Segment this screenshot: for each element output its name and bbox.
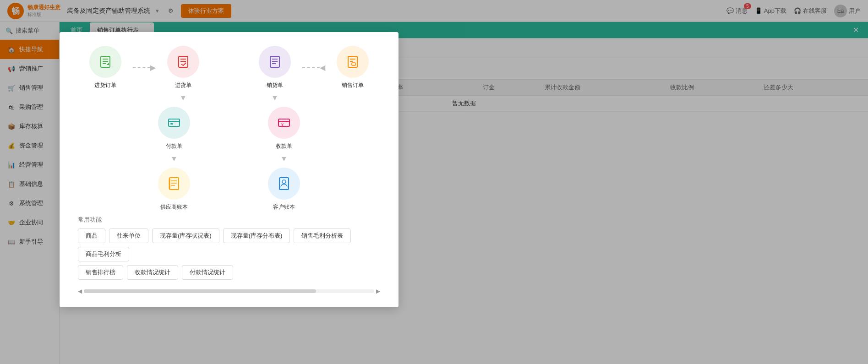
payment-icon bbox=[167, 115, 181, 130]
supplier-ledger-circle bbox=[158, 168, 190, 200]
spacer-v4 bbox=[302, 94, 325, 102]
supplier-ledger-label: 供应商账本 bbox=[160, 203, 188, 211]
arrow-down-payment: ▼ bbox=[147, 155, 202, 163]
func-buttons-grid: 商品 往来单位 现存量(库存状况表) 现存量(库存分布表) 销售毛利分析表 商品… bbox=[78, 228, 380, 261]
scrollbar-track bbox=[84, 289, 374, 293]
arrow-h-1: ▶ bbox=[133, 63, 156, 72]
svg-point-27 bbox=[282, 180, 286, 184]
vertical-arrows-row-2: ▼ ▼ bbox=[69, 155, 389, 163]
func-btn-goods-margin[interactable]: 商品毛利分析 bbox=[78, 247, 129, 261]
scroll-right-btn[interactable]: ▶ bbox=[376, 288, 380, 294]
arrow-down-purchase: ▼ bbox=[156, 94, 211, 102]
spacer-v1 bbox=[78, 94, 133, 102]
vertical-arrows-row: ▼ ▼ bbox=[69, 94, 389, 102]
purchase-order-circle bbox=[89, 46, 121, 78]
purchase-order-icon bbox=[98, 54, 113, 69]
receipt-label: 收款单 bbox=[276, 142, 292, 150]
purchase-bill-label: 进货单 bbox=[175, 81, 191, 89]
flow-diagram: 进货订单 ▶ bbox=[69, 41, 389, 216]
receipt-icon: ¥ bbox=[277, 115, 291, 130]
purchase-order-label: 进货订单 bbox=[94, 81, 116, 89]
svg-rect-22 bbox=[169, 179, 170, 189]
receipt-circle: ¥ bbox=[268, 107, 300, 139]
modal-scrollbar: ◀ ▶ bbox=[69, 284, 389, 298]
flow-item-purchase-bill[interactable]: 进货单 bbox=[156, 46, 211, 89]
svg-rect-15 bbox=[169, 119, 180, 126]
sales-order-icon bbox=[345, 54, 360, 69]
common-functions: 常用功能 商品 往来单位 现存量(库存状况表) 现存量(库存分布表) 销售毛利分… bbox=[69, 216, 389, 284]
spacer-v5 bbox=[325, 94, 380, 102]
payment-circle bbox=[158, 107, 190, 139]
customer-ledger-icon bbox=[277, 176, 291, 191]
func-btn-sales-margin[interactable]: 销售毛利分析表 bbox=[294, 228, 351, 243]
arrow-down-receipt: ▼ bbox=[257, 155, 311, 163]
scrollbar-thumb[interactable] bbox=[84, 289, 316, 293]
flow-row-2: 付款单 ¥ 收款单 bbox=[69, 102, 389, 155]
flow-item-supplier-ledger[interactable]: 供应商账本 bbox=[147, 168, 202, 211]
func-buttons-grid-2: 销售排行榜 收款情况统计 付款情况统计 bbox=[78, 265, 380, 280]
spacer-v3 bbox=[211, 94, 247, 102]
svg-rect-14 bbox=[352, 63, 355, 65]
func-btn-payment-stats[interactable]: 付款情况统计 bbox=[182, 265, 233, 280]
svg-rect-21 bbox=[169, 178, 179, 190]
flow-item-payment[interactable]: 付款单 bbox=[147, 107, 202, 150]
purchase-bill-icon bbox=[176, 54, 191, 69]
customer-ledger-circle bbox=[268, 168, 300, 200]
supplier-ledger-icon bbox=[167, 176, 181, 191]
arrow-down-sales: ▼ bbox=[247, 94, 302, 102]
sales-bill-circle bbox=[259, 46, 291, 78]
func-btn-sales-rank[interactable]: 销售排行榜 bbox=[78, 265, 123, 280]
common-functions-title: 常用功能 bbox=[78, 216, 380, 224]
flow-item-receipt[interactable]: ¥ 收款单 bbox=[257, 107, 311, 150]
flow-item-sales-bill[interactable]: 销货单 bbox=[247, 46, 302, 89]
svg-text:¥: ¥ bbox=[281, 122, 284, 127]
arrow-h-2: ◀ bbox=[302, 63, 325, 72]
sales-order-label: 销售订单 bbox=[342, 81, 364, 89]
scroll-left-btn[interactable]: ◀ bbox=[78, 288, 82, 294]
flow-row-1: 进货订单 ▶ bbox=[69, 41, 389, 94]
flow-item-customer-ledger[interactable]: 客户账本 bbox=[257, 168, 311, 211]
sales-order-circle bbox=[337, 46, 369, 78]
payment-label: 付款单 bbox=[166, 142, 182, 150]
func-btn-stock-dist[interactable]: 现存量(库存分布表) bbox=[223, 228, 290, 243]
flow-item-sales-order[interactable]: 销售订单 bbox=[325, 46, 380, 89]
modal-overlay[interactable]: 进货订单 ▶ bbox=[0, 0, 868, 364]
func-btn-receipt-stats[interactable]: 收款情况统计 bbox=[127, 265, 178, 280]
svg-rect-18 bbox=[278, 119, 289, 126]
flow-item-purchase-order[interactable]: 进货订单 bbox=[78, 46, 133, 89]
func-btn-goods[interactable]: 商品 bbox=[78, 228, 105, 243]
flow-row-3: 供应商账本 客户账本 bbox=[69, 163, 389, 216]
customer-ledger-label: 客户账本 bbox=[273, 203, 295, 211]
func-btn-stock-status[interactable]: 现存量(库存状况表) bbox=[152, 228, 219, 243]
svg-rect-17 bbox=[170, 123, 173, 125]
sales-bill-icon bbox=[267, 54, 282, 69]
spacer-v2 bbox=[133, 94, 156, 102]
purchase-bill-circle bbox=[167, 46, 199, 78]
quick-nav-modal: 进货订单 ▶ bbox=[60, 32, 399, 307]
sales-bill-label: 销货单 bbox=[267, 81, 283, 89]
func-btn-counterpart[interactable]: 往来单位 bbox=[109, 228, 148, 243]
